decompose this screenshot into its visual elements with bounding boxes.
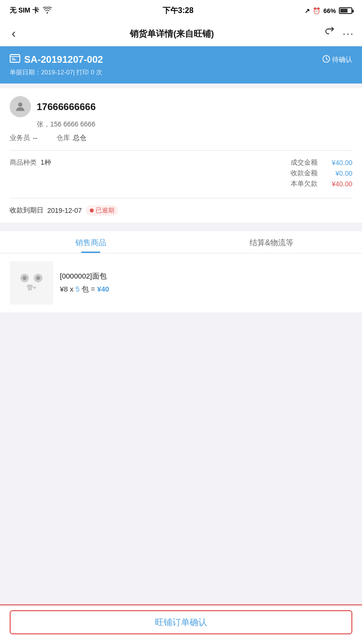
owed-amount-value: ¥40.00 [323, 180, 352, 188]
product-price: ¥8 x 5 包 = ¥40 [60, 285, 352, 294]
order-status: 待确认 [322, 55, 352, 64]
quantity: 5 [76, 285, 80, 293]
product-type-value: 1种 [41, 158, 51, 166]
tab-products[interactable]: 销售商品 [0, 231, 181, 253]
salesperson-value: -- [33, 134, 37, 142]
salesperson-label: 业务员 [10, 134, 30, 142]
status-left: 无 SIM 卡 [10, 6, 52, 15]
location-icon: ↗ [305, 7, 310, 14]
salesperson-field: 业务员 -- [10, 134, 37, 142]
clock-icon [322, 55, 330, 64]
order-date: 单据日期：2019-12-07| 打印 0 次 [10, 68, 352, 77]
financial-stats: 成交金额 ¥40.00 收款金额 ¥0.00 本单欠款 ¥40.00 [291, 158, 352, 190]
status-time: 下午3:28 [163, 6, 194, 16]
avatar [10, 96, 31, 117]
warehouse-field: 仓库 总仓 [56, 134, 86, 142]
product-section: 管+ [0000002]面包 ¥8 x 5 包 = ¥40 [0, 253, 362, 312]
nav-actions: ··· [324, 27, 354, 40]
nav-bar: ‹ 销货单详情(来自旺铺) ··· [0, 21, 362, 46]
customer-phone: 17666666666 [37, 101, 96, 112]
owed-amount-row: 本单欠款 ¥40.00 [291, 180, 352, 188]
order-id: SA-20191207-002 [10, 54, 103, 65]
received-amount-row: 收款金额 ¥0.00 [291, 169, 352, 178]
received-amount-value: ¥0.00 [323, 169, 352, 177]
deal-amount-row: 成交金额 ¥40.00 [291, 158, 352, 167]
due-date-value: 2019-12-07 [47, 207, 82, 214]
overdue-badge: 已逾期 [86, 205, 118, 216]
order-icon [10, 54, 20, 65]
product-info: [0000002]面包 ¥8 x 5 包 = ¥40 [60, 272, 352, 294]
wifi-icon [43, 7, 52, 15]
alarm-icon: ⏰ [313, 7, 320, 14]
product-type-label: 商品种类 [10, 158, 37, 166]
page-title: 销货单详情(来自旺铺) [130, 28, 214, 40]
tab-settlement[interactable]: 结算&物流等 [181, 231, 362, 253]
battery-percent: 66% [323, 7, 336, 14]
section-divider [0, 223, 362, 226]
product-type-field: 商品种类 1种 [10, 158, 51, 167]
bottom-bar: 旺铺订单确认 [0, 604, 362, 644]
svg-point-2 [18, 102, 23, 107]
due-date-label: 收款到期日 [10, 206, 43, 215]
share-button[interactable] [324, 27, 335, 40]
owed-amount-label: 本单欠款 [291, 180, 318, 188]
sim-label: 无 SIM 卡 [10, 6, 39, 15]
product-name: [0000002]面包 [60, 272, 352, 281]
warehouse-value: 总仓 [73, 134, 86, 142]
svg-rect-0 [10, 55, 20, 62]
received-amount-label: 收款金额 [291, 169, 318, 178]
empty-content-area [0, 312, 362, 409]
battery-icon [339, 7, 352, 14]
product-thumbnail: 管+ [10, 261, 53, 305]
tabs-container: 销售商品 结算&物流等 [0, 231, 362, 253]
customer-name: 张，156 6666 6666 [37, 120, 352, 129]
warehouse-label: 仓库 [56, 134, 70, 142]
customer-meta: 业务员 -- 仓库 总仓 [10, 134, 352, 142]
due-date-section: 收款到期日 2019-12-07 已逾期 [0, 198, 362, 223]
confirm-order-button[interactable]: 旺铺订单确认 [10, 610, 352, 634]
customer-section: 17666666666 张，156 6666 6666 业务员 -- 仓库 总仓… [0, 88, 362, 223]
deal-amount-value: ¥40.00 [323, 159, 352, 167]
overdue-dot-icon [90, 209, 94, 212]
deal-amount-label: 成交金额 [291, 158, 318, 167]
order-header: SA-20191207-002 待确认 单据日期：2019-12-07| 打印 … [0, 46, 362, 84]
stats-section: 商品种类 1种 成交金额 ¥40.00 收款金额 ¥0.00 本单欠款 ¥40.… [0, 151, 362, 198]
product-item: 管+ [0000002]面包 ¥8 x 5 包 = ¥40 [0, 253, 362, 312]
unit-price: ¥8 [60, 285, 68, 293]
more-button[interactable]: ··· [343, 28, 354, 40]
total-price: ¥40 [97, 285, 109, 293]
status-bar: 无 SIM 卡 下午3:28 ↗ ⏰ 66% [0, 0, 362, 21]
back-button[interactable]: ‹ [8, 24, 20, 43]
customer-phone-row: 17666666666 [10, 96, 352, 117]
status-right: ↗ ⏰ 66% [305, 7, 352, 14]
overdue-text: 已逾期 [96, 206, 114, 215]
owl-logo [20, 274, 42, 282]
